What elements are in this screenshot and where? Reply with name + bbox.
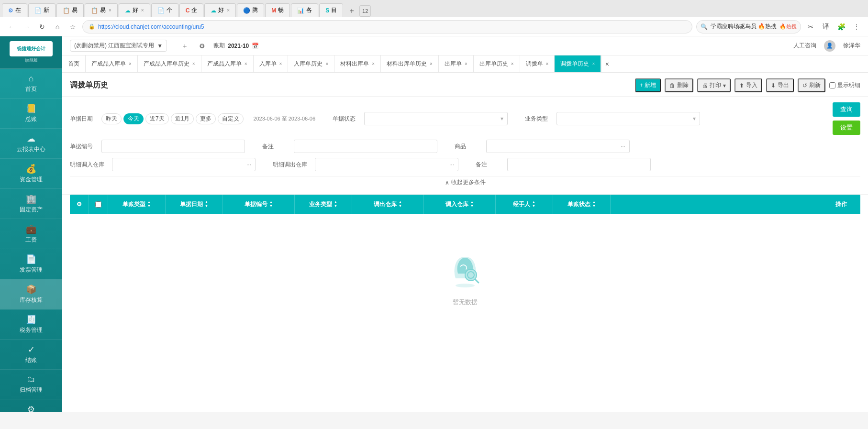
doc-no-input[interactable] <box>101 140 245 153</box>
nav-tab-close-purchase-in-hist[interactable]: × <box>192 61 195 66</box>
import-btn[interactable]: ⬆ 导入 <box>734 78 762 92</box>
close-all-tabs-btn[interactable]: × <box>601 55 612 72</box>
address-bar[interactable]: 🔒 https://cloud.chanjet.com/accounting/u… <box>82 20 692 33</box>
sidebar-item-fund[interactable]: 💰 资金管理 <box>0 159 62 189</box>
th-doc-no[interactable]: 单据编号 ▲▼ <box>223 195 295 214</box>
settings-filter-btn[interactable]: 设置 <box>833 121 860 135</box>
nav-tab-close-out-hist[interactable]: × <box>511 61 514 66</box>
nav-tab-close-stock-in-hist[interactable]: × <box>325 61 328 66</box>
tab-close-3[interactable]: × <box>109 8 111 13</box>
sidebar-item-salary[interactable]: 💼 工资 <box>0 219 62 249</box>
sidebar-item-archive[interactable]: 🗂 归档管理 <box>0 370 62 399</box>
new-btn[interactable]: + 新增 <box>635 78 661 92</box>
nav-tab-out[interactable]: 出库单 × <box>439 55 474 73</box>
browser-tab-11[interactable]: S 目 <box>319 3 343 17</box>
sidebar-item-report[interactable]: ☁ 云报表中心 <box>0 129 62 159</box>
browser-tab-1[interactable]: 📄 新 <box>28 3 56 17</box>
delete-btn[interactable]: 🗑 删除 <box>665 78 693 92</box>
browser-tab-10[interactable]: 📊 各 <box>291 3 318 17</box>
nav-tab-mat-out-hist[interactable]: 材料出库单历史 × <box>381 55 439 73</box>
search-box[interactable]: 🔍 学霸应聘场驱鸟员 🔥热搜 🔥热搜 <box>696 20 801 33</box>
browser-tab-5[interactable]: 📄 个 <box>151 3 178 17</box>
service-btn[interactable]: 人工咨询 <box>793 42 816 50</box>
th-settings[interactable]: ⚙ <box>70 195 89 214</box>
add-company-btn[interactable]: + <box>179 40 190 52</box>
detail-out-input[interactable]: ··· <box>315 158 458 171</box>
collapse-btn[interactable]: ∧ 收起更多条件 <box>70 176 860 188</box>
select-all-checkbox[interactable] <box>95 201 101 208</box>
date-7days[interactable]: 近7天 <box>145 113 169 124</box>
sidebar-item-close[interactable]: ✓ 结账 <box>0 340 62 370</box>
nav-tab-stock-in[interactable]: 入库单 × <box>254 55 289 73</box>
refresh-browser-btn[interactable]: ↻ <box>36 21 48 33</box>
nav-tab-purchase-in[interactable]: 产成品入库单 × <box>86 55 138 73</box>
extensions-btn[interactable]: 🧩 <box>835 21 847 33</box>
browser-tab-8[interactable]: 🔵 腾 <box>237 3 264 17</box>
browser-tab-6[interactable]: C 企 <box>179 3 204 17</box>
nav-tab-mat-out[interactable]: 材料出库单 × <box>334 55 381 73</box>
status-filter-select[interactable]: ▾ <box>364 112 508 125</box>
query-btn[interactable]: 查询 <box>833 102 860 117</box>
nav-tab-close-purchase-in2[interactable]: × <box>245 61 247 66</box>
sidebar-item-inventory[interactable]: 📦 库存核算 <box>0 279 62 309</box>
browser-tab-2[interactable]: 📋 易 <box>56 3 84 17</box>
nav-tab-purchase-in2[interactable]: 产成品入库单 × <box>201 55 254 73</box>
nav-tab-close-mat-out-hist[interactable]: × <box>430 61 433 66</box>
tab-close-7[interactable]: × <box>227 8 230 13</box>
th-doc-date[interactable]: 单据日期 ▲▼ <box>166 195 223 214</box>
scissors-btn[interactable]: ✂ <box>805 21 816 33</box>
nav-tab-close-transfer[interactable]: × <box>546 61 549 66</box>
biz-filter-select[interactable]: ▾ <box>556 112 700 125</box>
export-btn[interactable]: ⬇ 导出 <box>766 78 794 92</box>
date-1month[interactable]: 近1月 <box>171 113 194 124</box>
date-more[interactable]: 更多 <box>196 113 216 124</box>
tab-close-4[interactable]: × <box>141 8 144 13</box>
remark2-input[interactable] <box>507 158 651 171</box>
detail-in-input[interactable]: ··· <box>112 158 256 171</box>
nav-tab-close-transfer-hist[interactable]: × <box>592 61 595 66</box>
nav-tab-purchase-in-hist[interactable]: 产成品入库单历史 × <box>138 55 201 73</box>
nav-tab-stock-in-hist[interactable]: 入库单历史 × <box>288 55 334 73</box>
home-btn[interactable]: ⌂ <box>52 21 63 33</box>
th-handler[interactable]: 经手人 ▲▼ <box>496 195 553 214</box>
nav-tab-close-stock-in[interactable]: × <box>279 61 282 66</box>
th-in-warehouse[interactable]: 调入仓库 ▲▼ <box>424 195 496 214</box>
th-doc-type[interactable]: 单账类型 ▲▼ <box>108 195 166 214</box>
th-doc-status[interactable]: 单账状态 ▲▼ <box>553 195 611 214</box>
display-toggle[interactable]: 显示明细 <box>829 81 860 89</box>
sidebar-item-tax[interactable]: 🧾 税务管理 <box>0 309 62 340</box>
forward-btn[interactable]: → <box>21 21 33 33</box>
th-out-warehouse[interactable]: 调出仓库 ▲▼ <box>352 195 424 214</box>
sidebar-item-assets[interactable]: 🏢 固定资产 <box>0 189 62 219</box>
date-today[interactable]: 今天 <box>123 113 144 124</box>
nav-tab-out-hist[interactable]: 出库单历史 × <box>474 55 520 73</box>
th-checkbox[interactable] <box>89 195 108 214</box>
menu-btn[interactable]: ⋮ <box>851 21 862 33</box>
nav-tab-close-purchase-in[interactable]: × <box>129 61 132 66</box>
remark-input[interactable] <box>294 140 437 153</box>
period-selector[interactable]: 账期 2021-10 📅 <box>213 42 259 50</box>
new-tab-btn[interactable]: + <box>346 5 357 17</box>
date-yesterday[interactable]: 昨天 <box>101 113 122 124</box>
sidebar-item-invoice[interactable]: 📄 发票管理 <box>0 249 62 279</box>
th-biz-type[interactable]: 业务类型 ▲▼ <box>295 195 352 214</box>
settings-company-btn[interactable]: ⚙ <box>196 40 208 52</box>
browser-tab-3[interactable]: 📋 易 × <box>85 3 118 17</box>
nav-tab-home[interactable]: 首页 <box>62 55 86 73</box>
date-custom[interactable]: 自定义 <box>218 113 244 124</box>
company-selector[interactable]: (勿删勿禁用) 江西服宝测试专用 ▼ <box>70 40 167 52</box>
print-btn[interactable]: 🖨 打印 ▾ <box>697 78 731 92</box>
sidebar-item-settings[interactable]: ⚙ 基础设置 <box>0 399 62 412</box>
display-checkbox[interactable] <box>829 82 835 88</box>
translate-btn[interactable]: 译 <box>820 21 832 33</box>
bookmark-btn[interactable]: ☆ <box>67 21 78 33</box>
browser-tab-4[interactable]: ☁ 好 × <box>119 3 150 17</box>
tab-count[interactable]: 12 <box>359 5 371 17</box>
browser-tab-9[interactable]: M 畅 <box>265 3 290 17</box>
goods-input[interactable]: ··· <box>486 140 630 153</box>
sidebar-item-ledger[interactable]: 📒 总账 <box>0 99 62 129</box>
refresh-btn[interactable]: ↺ 刷新 <box>798 78 825 92</box>
browser-tab-7[interactable]: ☁ 好 × <box>204 3 236 17</box>
nav-tab-close-mat-out[interactable]: × <box>372 61 375 66</box>
back-btn[interactable]: ← <box>6 21 17 33</box>
